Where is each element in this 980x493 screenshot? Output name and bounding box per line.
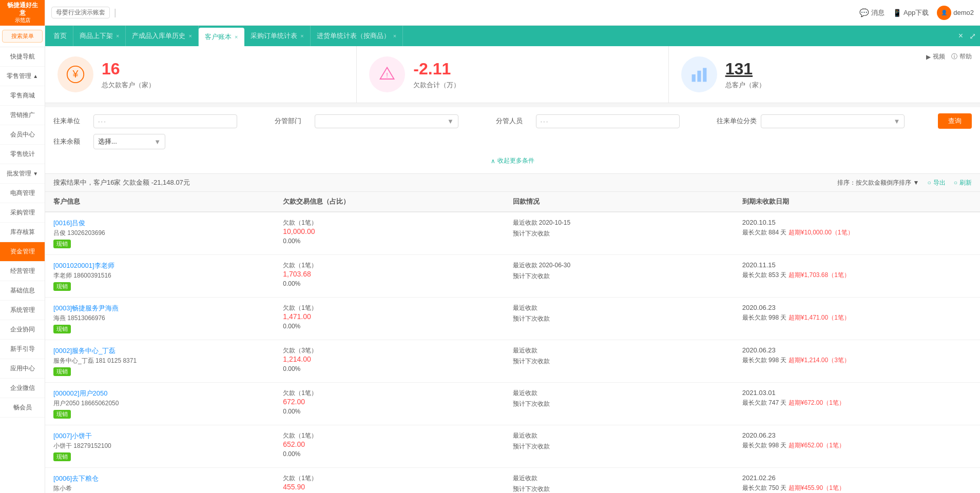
customer-name-1[interactable]: [0001020001]李老师 (53, 261, 283, 270)
overdue-amount-1[interactable]: 超期¥1,703.68（1笔） (789, 271, 850, 279)
app-download-btn[interactable]: 📱 App下载 (893, 8, 929, 17)
overdue-amount-5[interactable]: 超期¥652.00（1笔） (789, 442, 845, 449)
sidebar-item-batch-mgmt[interactable]: 批发管理 ▼ (0, 164, 45, 184)
debt-amount-3: 1,214.00 (283, 355, 512, 363)
cell-due-5: 2020.06.23 最长欠款 998 天 超期¥652.00（1笔） (742, 431, 972, 450)
refresh-btn[interactable]: ○ 刷新 (954, 179, 972, 187)
close-all-tabs-btn[interactable]: × (956, 31, 965, 41)
collapse-filter-btn[interactable]: ∧ 收起更多条件 (53, 154, 972, 167)
system-selector[interactable]: 母婴行业演示账套 (51, 7, 110, 18)
svg-text:¥: ¥ (72, 68, 79, 80)
close-icon-purchase-stats[interactable]: × (393, 33, 396, 39)
table-row: [0016]吕俊 吕俊 13026203696 现销 欠款（1笔） 10,000… (45, 212, 980, 255)
cell-customer-2: [0003]畅捷服务尹海燕 海燕 18513066976 现销 (53, 304, 283, 333)
cell-customer-1: [0001020001]李老师 李老师 18600391516 现销 (53, 261, 283, 291)
customer-name-2[interactable]: [0003]畅捷服务尹海燕 (53, 304, 283, 313)
sidebar-item-ops-mgmt[interactable]: 经营管理 (0, 262, 45, 281)
help-btn[interactable]: ⓘ 帮助 (951, 52, 972, 61)
tab-product-history[interactable]: 产成品入库单历史 × (126, 26, 198, 46)
unit-category-select[interactable]: ▼ (761, 114, 905, 128)
customer-name-4[interactable]: [000002]用户2050 (53, 389, 283, 398)
username-label: demo2 (953, 9, 974, 16)
tab-home[interactable]: 首页 (47, 26, 73, 46)
tab-customer-account[interactable]: 客户账本 × (199, 28, 244, 46)
collection-next-1: 预计下次收款 (513, 272, 742, 281)
balance-select[interactable]: 选择... ▼ (93, 134, 165, 149)
stat-card-total-customers: 131 总客户（家） ▶ 视频 ⓘ 帮助 (669, 46, 980, 103)
overdue-amount-3[interactable]: 超期¥1,214.00（3笔） (789, 357, 850, 364)
sidebar-item-guide[interactable]: 新手引导 (0, 340, 45, 359)
sidebar-item-enterprise[interactable]: 企业协同 (0, 320, 45, 340)
sidebar-item-wechat[interactable]: 企业微信 (0, 379, 45, 398)
close-icon-product-status[interactable]: × (116, 33, 119, 39)
message-btn[interactable]: 💬 消息 (859, 8, 885, 17)
dept-select[interactable]: ▼ (315, 114, 458, 128)
user-avatar-btn[interactable]: 👤 demo2 (937, 6, 974, 20)
app-download-label: App下载 (904, 8, 929, 17)
sidebar-item-system[interactable]: 系统管理 (0, 301, 45, 320)
unit-category-label: 往来单位分类 (717, 116, 757, 126)
debt-label-1: 欠款（1笔） (283, 261, 512, 270)
debt-icon: ! (378, 65, 396, 84)
sidebar-item-basic-info[interactable]: 基础信息 (0, 281, 45, 301)
balance-label: 往来余额 (53, 137, 89, 146)
customer-name-5[interactable]: [0007]小饼干 (53, 431, 283, 441)
help-icon: ⓘ (951, 52, 957, 61)
search-menu-button[interactable]: 搜索菜单 (2, 30, 43, 43)
cell-collection-5: 最近收款 预计下次收款 (513, 431, 742, 451)
stat-card-overdue-customers: ¥ 16 总欠款客户（家） (45, 46, 357, 103)
sidebar-item-member[interactable]: 会员中心 (0, 125, 45, 145)
customer-name-6[interactable]: [0006]去下粮仓 (53, 474, 283, 483)
app-logo: 畅捷通好生意示范店 (0, 0, 45, 26)
video-help-btn[interactable]: ▶ 视频 (926, 52, 945, 61)
stat-info-debt: -2.11 欠款合计（万） (413, 60, 460, 90)
topbar-divider: | (114, 7, 117, 18)
debt-percent-1: 0.00% (283, 280, 512, 287)
close-icon-purchase-order[interactable]: × (300, 33, 303, 39)
overdue-amount-4[interactable]: 超期¥672.00（1笔） (789, 399, 845, 406)
person-input[interactable]: ··· (536, 114, 680, 128)
close-icon-product-history[interactable]: × (188, 33, 191, 39)
sidebar-item-purchase[interactable]: 采购管理 (0, 203, 45, 223)
customer-name-3[interactable]: [0002]服务中心_丁磊 (53, 346, 283, 356)
expand-tabs-btn[interactable]: ⤢ (967, 31, 978, 41)
cell-due-6: 2021.02.26 最长欠款 750 天 超期¥455.90（1笔） (742, 474, 972, 492)
sidebar-item-retail-stats[interactable]: 零售统计 (0, 145, 45, 164)
debt-percent-3: 0.00% (283, 365, 512, 372)
customer-phone-4: 用户2050 18665062050 (53, 399, 283, 408)
topbar: 母婴行业演示账套 | 💬 消息 📱 App下载 👤 demo2 (45, 0, 980, 26)
sidebar-item-retail-mall[interactable]: 零售商城 (0, 86, 45, 106)
overdue-amount-2[interactable]: 超期¥1,471.00（1笔） (789, 314, 850, 321)
collapse-label: 收起更多条件 (497, 156, 534, 165)
source-unit-input[interactable]: ··· (93, 114, 237, 128)
sidebar-item-marketing[interactable]: 营销推广 (0, 106, 45, 125)
cell-customer-3: [0002]服务中心_丁磊 服务中心_丁磊 181 0125 8371 现销 (53, 346, 283, 376)
overdue-amount-0[interactable]: 超期¥10,000.00（1笔） (789, 229, 854, 236)
sidebar-item-member-plus[interactable]: 畅会员 (0, 398, 45, 418)
sort-dropdown[interactable]: 排序：按欠款金额倒序排序 ▼ (837, 179, 919, 187)
close-icon-customer-account[interactable]: × (235, 34, 238, 40)
tab-home-label: 首页 (53, 31, 67, 41)
search-button[interactable]: 查询 (938, 113, 972, 129)
collection-last-1: 最近收款 2020-06-30 (513, 261, 742, 270)
tab-product-status[interactable]: 商品上下架 × (73, 26, 126, 46)
sidebar-item-retail-mgmt[interactable]: 零售管理 ▲ (0, 67, 45, 86)
debt-percent-5: 0.00% (283, 450, 512, 458)
customer-name-0[interactable]: [0016]吕俊 (53, 219, 283, 228)
col-collection: 回款情况 (513, 197, 742, 206)
debt-label-0: 欠款（1笔） (283, 219, 512, 227)
sidebar-item-inventory[interactable]: 库存核算 (0, 223, 45, 242)
sidebar-item-finance[interactable]: 资金管理 (0, 242, 45, 262)
due-date-1: 2020.11.15 (742, 261, 972, 269)
sidebar-item-app-center[interactable]: 应用中心 (0, 359, 45, 379)
stat-card-total-debt: ! -2.11 欠款合计（万） (357, 46, 668, 103)
table-header: 客户信息 欠款交易信息（占比） 回款情况 到期未收款日期 (45, 192, 980, 212)
tab-purchase-stats[interactable]: 进货单统计表（按商品） × (311, 26, 403, 46)
filter-row-1: 往来单位 ··· 分管部门 ▼ 分管人员 ··· (53, 113, 972, 129)
export-btn[interactable]: ○ 导出 (928, 179, 946, 187)
sidebar-item-ecommerce[interactable]: 电商管理 (0, 184, 45, 203)
overdue-amount-6[interactable]: 超期¥455.90（1笔） (789, 484, 845, 491)
tab-purchase-order[interactable]: 采购订单统计表 × (244, 26, 310, 46)
sidebar-item-quick-nav[interactable]: 快捷导航 (0, 47, 45, 67)
chevron-down-balance: ▼ (154, 138, 161, 146)
